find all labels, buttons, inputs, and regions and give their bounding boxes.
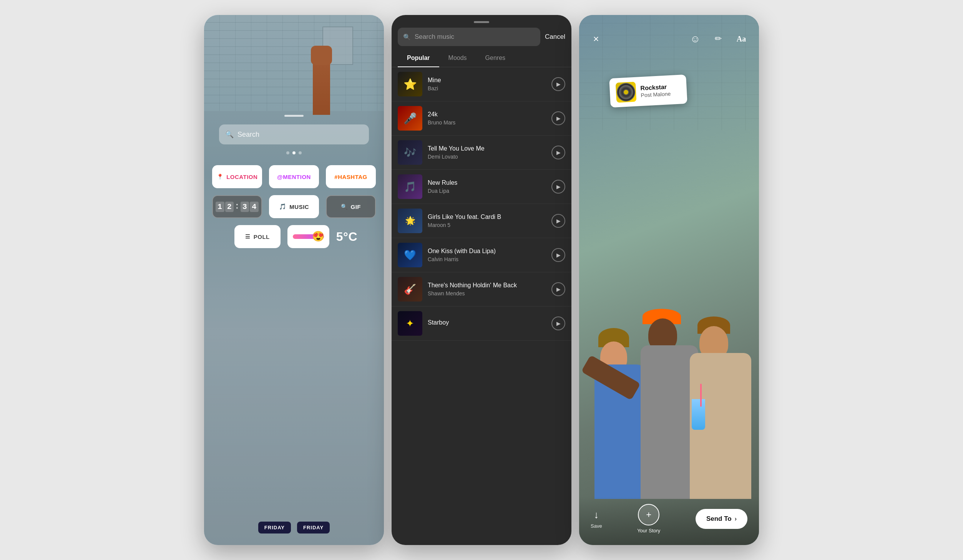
cup-straw <box>700 384 702 407</box>
music-tabs: Popular Moods Genres <box>392 49 571 67</box>
track-demi[interactable]: 🎶 Tell Me You Love Me Demi Lovato ▶ <box>392 136 571 170</box>
track-info-shawn: There's Nothing Holdin' Me Back Shawn Me… <box>428 282 546 297</box>
track-dua[interactable]: 🎵 New Rules Dua Lipa ▶ <box>392 170 571 204</box>
close-button[interactable]: × <box>588 31 604 46</box>
sheet-handle <box>474 21 489 23</box>
people-scene <box>579 249 759 499</box>
track-artist-demi: Demi Lovato <box>428 154 546 160</box>
play-button-shawn[interactable]: ▶ <box>551 282 565 296</box>
sticker-poll[interactable]: ☰ POLL <box>234 225 281 248</box>
album-art-calvin: 💙 <box>398 243 422 267</box>
track-mine[interactable]: ⭐ Mine Bazi ▶ <box>392 67 571 101</box>
dot-2 <box>292 151 296 154</box>
album-art-shawn: 🎸 <box>398 277 422 302</box>
play-button-starboy[interactable]: ▶ <box>551 316 565 330</box>
story-plus-icon: + <box>646 509 651 520</box>
text-button[interactable]: Aa <box>733 30 750 47</box>
face-effects-button[interactable]: ☺ <box>687 30 704 47</box>
mention-label: @MENTION <box>277 174 311 180</box>
tab-moods[interactable]: Moods <box>439 49 476 67</box>
album-art-maroon: 🌟 <box>398 209 422 233</box>
slider-emoji: 😍 <box>312 230 325 242</box>
tab-moods-label: Moods <box>448 55 467 61</box>
play-button-mine[interactable]: ▶ <box>551 77 565 91</box>
track-starboy[interactable]: ✦ Starboy ▶ <box>392 307 571 341</box>
panel-sticker-tray: 🔍 Search 📍 LOCATION @MENTION #HASHTAG <box>204 15 384 545</box>
track-calvin[interactable]: 💙 One Kiss (with Dua Lipa) Calvin Harris… <box>392 238 571 272</box>
track-title-shawn: There's Nothing Holdin' Me Back <box>428 282 546 289</box>
tab-genres-label: Genres <box>485 55 505 61</box>
your-story-area[interactable]: + Your Story <box>637 504 660 533</box>
send-to-button[interactable]: Send To › <box>696 509 747 529</box>
track-artist-mine: Bazi <box>428 85 546 91</box>
text-icon: Aa <box>737 35 746 43</box>
dot-3 <box>299 151 302 154</box>
play-button-24k[interactable]: ▶ <box>551 111 565 125</box>
play-button-maroon[interactable]: ▶ <box>551 214 565 228</box>
friday-text-2: FRIDAY <box>303 525 324 530</box>
sticker-music[interactable]: 🎵 MUSIC <box>269 195 319 218</box>
sticker-countdown[interactable]: 1 2 : 3 4 <box>212 195 262 218</box>
sticker-temperature[interactable]: 5°C <box>336 225 357 248</box>
search-icon: 🔍 <box>225 130 234 139</box>
person-right-man <box>682 284 759 499</box>
track-artist-dua: Dua Lipa <box>428 188 546 194</box>
story-header: × ☺ ✏ Aa <box>579 15 759 55</box>
friday-text-1: FRIDAY <box>264 525 285 530</box>
friday-badge-1: FRIDAY <box>258 522 291 533</box>
track-artist-24k: Bruno Mars <box>428 119 546 126</box>
album-art-mine: ⭐ <box>398 72 422 96</box>
save-area[interactable]: ↓ Save <box>591 509 602 529</box>
sticker-emoji-slider[interactable]: 😍 <box>287 225 329 248</box>
sticker-hashtag[interactable]: #HASHTAG <box>326 165 376 188</box>
play-button-calvin[interactable]: ▶ <box>551 248 565 262</box>
music-sticker[interactable]: Rockstar Post Malone <box>609 75 687 108</box>
sticker-grid: 📍 LOCATION @MENTION #HASHTAG 1 2 : 3 4 <box>204 165 384 218</box>
search-bar[interactable]: 🔍 Search <box>219 124 369 144</box>
hashtag-label: #HASHTAG <box>334 174 367 180</box>
cancel-button[interactable]: Cancel <box>545 33 565 41</box>
sticker-mention[interactable]: @MENTION <box>269 165 319 188</box>
drink-cup <box>692 399 705 430</box>
album-art-24k: 🎤 <box>398 106 422 131</box>
album-art-starboy: ✦ <box>398 311 422 336</box>
search-placeholder: Search music <box>415 33 454 41</box>
track-title-starboy: Starboy <box>428 319 546 326</box>
digit-4: 4 <box>250 202 259 212</box>
sticker-row3: ☰ POLL 😍 5°C <box>219 225 369 248</box>
track-info-maroon: Girls Like You feat. Cardi B Maroon 5 <box>428 214 546 228</box>
panel-story-view: × ☺ ✏ Aa Rockstar Post Malone <box>579 15 759 545</box>
music-note-icon: 🎵 <box>279 203 287 210</box>
track-list: ⭐ Mine Bazi ▶ 🎤 24k Bruno Mars ▶ 🎶 <box>392 67 571 545</box>
track-maroon[interactable]: 🌟 Girls Like You feat. Cardi B Maroon 5 … <box>392 204 571 238</box>
music-search-box[interactable]: 🔍 Search music <box>398 28 540 46</box>
story-bottom-bar: ↓ Save + Your Story Send To › <box>579 496 759 545</box>
sticker-gif[interactable]: 🔍 GIF <box>326 195 376 218</box>
album-art-dua: 🎵 <box>398 174 422 199</box>
track-info-starboy: Starboy <box>428 319 546 328</box>
search-icon: 🔍 <box>403 33 411 41</box>
play-button-dua[interactable]: ▶ <box>551 180 565 194</box>
location-label: LOCATION <box>226 174 257 180</box>
story-circle: + <box>638 504 659 525</box>
search-row: 🔍 Search music Cancel <box>392 28 571 46</box>
music-label: MUSIC <box>289 204 309 210</box>
track-artist-shawn: Shawn Mendes <box>428 290 546 297</box>
track-shawn[interactable]: 🎸 There's Nothing Holdin' Me Back Shawn … <box>392 272 571 307</box>
track-24k[interactable]: 🎤 24k Bruno Mars ▶ <box>392 101 571 136</box>
send-to-label: Send To <box>706 515 732 523</box>
tab-genres[interactable]: Genres <box>476 49 515 67</box>
panel1-content: 🔍 Search 📍 LOCATION @MENTION #HASHTAG <box>204 15 384 545</box>
sticker-location[interactable]: 📍 LOCATION <box>212 165 262 188</box>
drag-handle[interactable] <box>284 115 304 117</box>
digit-3: 3 <box>241 202 249 212</box>
chevron-right-icon: › <box>735 515 737 522</box>
track-title-24k: 24k <box>428 111 546 118</box>
poll-label: POLL <box>254 234 270 240</box>
digit-2: 2 <box>225 202 234 212</box>
tab-popular[interactable]: Popular <box>398 49 439 67</box>
face-icon: ☺ <box>690 33 701 45</box>
slider-bar: 😍 <box>293 234 324 239</box>
play-button-demi[interactable]: ▶ <box>551 146 565 159</box>
draw-button[interactable]: ✏ <box>710 30 727 47</box>
